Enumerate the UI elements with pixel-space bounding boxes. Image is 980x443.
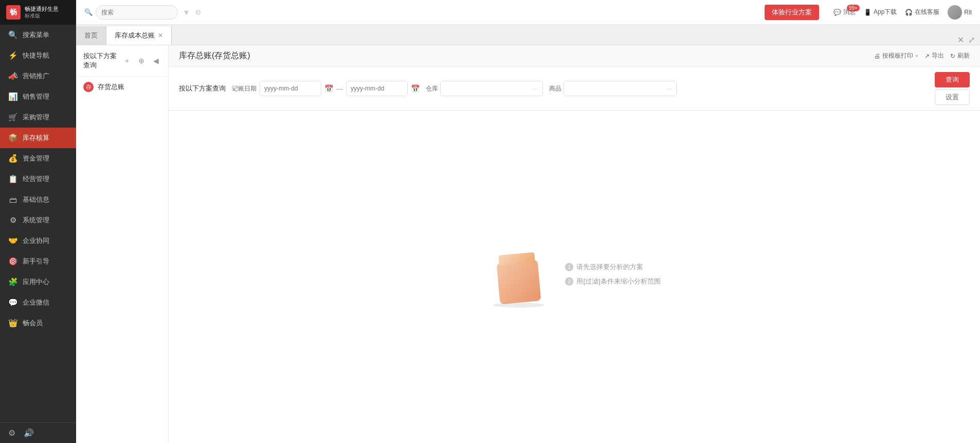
tab-home[interactable]: 首页 bbox=[76, 26, 106, 45]
action-buttons: 查询 设置 bbox=[935, 72, 970, 105]
member-icon: 👑 bbox=[8, 318, 17, 328]
marketing-icon: 📣 bbox=[8, 72, 17, 81]
base-icon: 🗃 bbox=[8, 195, 17, 204]
filter-dash: — bbox=[336, 85, 343, 93]
sidebar-item-base[interactable]: 🗃 基础信息 bbox=[0, 189, 76, 210]
refresh-btn[interactable]: ↻ 刷新 bbox=[950, 51, 970, 60]
empty-box bbox=[497, 260, 541, 305]
topbar-message[interactable]: 💬 消息 99+ bbox=[833, 8, 856, 16]
sidebar-item-label: 资金管理 bbox=[23, 154, 49, 163]
tabs-bar: 首页 库存成本总账 ✕ ✕ ⤢ bbox=[76, 25, 980, 45]
sidebar-item-purchase[interactable]: 🛒 采购管理 bbox=[0, 107, 76, 128]
tab-close-window-icon[interactable]: ✕ bbox=[957, 35, 964, 45]
empty-illustration bbox=[488, 246, 550, 308]
topbar-app-download[interactable]: 📱 App下载 bbox=[864, 8, 897, 16]
left-panel-title: 按以下方案查询 bbox=[83, 51, 122, 70]
refresh-icon: ↻ bbox=[950, 52, 955, 60]
footer-audio-icon[interactable]: 🔊 bbox=[24, 428, 34, 438]
sidebar-item-label: 快捷导航 bbox=[23, 51, 49, 60]
date-end-input[interactable] bbox=[346, 81, 408, 96]
sidebar-item-label: 企业协同 bbox=[23, 236, 49, 245]
topbar-search-input[interactable] bbox=[96, 5, 178, 20]
user-avatar bbox=[948, 5, 962, 20]
topbar-dropdown-icon[interactable]: ▾ bbox=[184, 7, 189, 18]
sidebar-item-label: 搜索菜单 bbox=[23, 30, 49, 40]
sidebar-item-wechat[interactable]: 💬 企业微信 bbox=[0, 292, 76, 313]
warehouse-label: 仓库 bbox=[426, 84, 438, 93]
goods-more-icon[interactable]: ··· bbox=[666, 84, 672, 93]
sidebar-item-newbie[interactable]: 🎯 新手引导 bbox=[0, 251, 76, 272]
sidebar-item-label: 系统管理 bbox=[23, 216, 49, 225]
newbie-icon: 🎯 bbox=[8, 257, 17, 266]
manage-scheme-icon[interactable]: ⊕ bbox=[136, 56, 147, 66]
operation-icon: 📋 bbox=[8, 174, 17, 184]
sidebar-item-label: 应用中心 bbox=[23, 277, 49, 287]
sidebar-item-marketing[interactable]: 📣 营销推广 bbox=[0, 66, 76, 86]
sidebar-item-label: 经营管理 bbox=[23, 174, 49, 184]
sidebar-item-shortcut[interactable]: ⚡ 快捷导航 bbox=[0, 45, 76, 66]
sidebar-item-apps[interactable]: 🧩 应用中心 bbox=[0, 272, 76, 292]
goods-label: 商品 bbox=[549, 84, 561, 93]
collapse-panel-icon[interactable]: ◀ bbox=[151, 56, 161, 66]
tab-expand-icon[interactable]: ⤢ bbox=[968, 35, 975, 45]
footer-settings-icon[interactable]: ⚙ bbox=[8, 428, 15, 438]
print-dropdown-icon: ▾ bbox=[915, 52, 918, 60]
print-btn[interactable]: 🖨 按模板打印 ▾ bbox=[874, 51, 918, 60]
main-area: 🔍 ▾ ⚙ 体验行业方案 💬 消息 99+ 📱 App下载 🎧 在线客服 Rit bbox=[76, 0, 980, 443]
left-panel-item-inventory[interactable]: 存 存货总账 bbox=[76, 77, 168, 97]
sidebar-item-label: 采购管理 bbox=[23, 113, 49, 122]
empty-hint-1: 1 请先选择要分析的方案 bbox=[565, 262, 660, 272]
headset-icon: 🎧 bbox=[905, 9, 913, 16]
topbar-online-service[interactable]: 🎧 在线客服 bbox=[905, 8, 939, 16]
topbar-user[interactable]: Rit bbox=[948, 5, 972, 20]
refresh-label: 刷新 bbox=[957, 51, 970, 60]
sidebar-item-inventory[interactable]: 📦 库存核算 bbox=[0, 128, 76, 148]
goods-select[interactable]: ··· bbox=[564, 81, 677, 96]
query-btn[interactable]: 查询 bbox=[935, 72, 970, 87]
sidebar-item-system[interactable]: ⚙ 系统管理 bbox=[0, 210, 76, 231]
industry-btn[interactable]: 体验行业方案 bbox=[765, 5, 819, 20]
settings-btn[interactable]: 设置 bbox=[935, 90, 970, 105]
topbar-settings-icon[interactable]: ⚙ bbox=[195, 8, 202, 16]
calendar-start-icon[interactable]: 📅 bbox=[324, 84, 333, 93]
sidebar-item-search[interactable]: 🔍 搜索菜单 bbox=[0, 25, 76, 45]
search-icon: 🔍 bbox=[8, 30, 17, 40]
hint-2-text: 用[过滤]条件来缩小分析范围 bbox=[576, 277, 660, 286]
sidebar-item-sales[interactable]: 📊 销售管理 bbox=[0, 86, 76, 107]
topbar: 🔍 ▾ ⚙ 体验行业方案 💬 消息 99+ 📱 App下载 🎧 在线客服 Rit bbox=[76, 0, 980, 25]
topbar-search-icon: 🔍 bbox=[84, 8, 93, 16]
calendar-end-icon[interactable]: 📅 bbox=[411, 84, 420, 93]
sidebar-logo: 畅 畅捷通好生意 标准版 bbox=[0, 0, 76, 25]
hint-1-text: 请先选择要分析的方案 bbox=[576, 262, 643, 272]
warehouse-more-icon[interactable]: ··· bbox=[532, 84, 538, 93]
purchase-icon: 🛒 bbox=[8, 113, 17, 122]
sidebar-item-label: 营销推广 bbox=[23, 72, 49, 81]
date-start-input[interactable] bbox=[260, 81, 321, 96]
filter-label: 按以下方案查询 bbox=[179, 84, 226, 93]
tab-inventory-ledger-label: 库存成本总账 bbox=[115, 31, 155, 40]
left-panel-header: 按以下方案查询 + ⊕ ◀ bbox=[76, 45, 168, 77]
sidebar-footer: ⚙ 🔊 bbox=[0, 422, 76, 443]
sidebar-item-member[interactable]: 👑 畅会员 bbox=[0, 313, 76, 333]
tab-inventory-ledger[interactable]: 库存成本总账 ✕ bbox=[106, 26, 172, 45]
corp-icon: 🤝 bbox=[8, 236, 17, 245]
export-btn[interactable]: ↗ 导出 bbox=[924, 51, 944, 60]
filter-bar: 按以下方案查询 记账日期 📅 — 📅 仓库 ··· bbox=[169, 67, 980, 111]
sidebar-item-operation[interactable]: 📋 经营管理 bbox=[0, 169, 76, 189]
right-main: 库存总账(存货总账) 🖨 按模板打印 ▾ ↗ 导出 ↻ 刷新 bbox=[169, 45, 980, 443]
logo-icon: 畅 bbox=[6, 5, 21, 20]
print-label: 按模板打印 bbox=[882, 51, 913, 60]
logo-name: 畅捷通好生意 bbox=[25, 5, 59, 12]
left-panel-icons: + ⊕ ◀ bbox=[122, 56, 161, 66]
tab-home-label: 首页 bbox=[84, 31, 98, 40]
sidebar-item-finance[interactable]: 💰 资金管理 bbox=[0, 148, 76, 169]
sidebar-item-corp[interactable]: 🤝 企业协同 bbox=[0, 231, 76, 251]
step-2: 2 bbox=[565, 277, 573, 286]
page-header: 库存总账(存货总账) 🖨 按模板打印 ▾ ↗ 导出 ↻ 刷新 bbox=[169, 45, 980, 67]
warehouse-select[interactable]: ··· bbox=[440, 81, 543, 96]
message-icon: 💬 bbox=[833, 9, 841, 16]
sidebar-scroll: 🔍 搜索菜单 ⚡ 快捷导航 📣 营销推广 📊 销售管理 🛒 采购管理 📦 库存核… bbox=[0, 25, 76, 422]
tab-close-icon[interactable]: ✕ bbox=[158, 32, 163, 39]
add-scheme-icon[interactable]: + bbox=[122, 56, 132, 66]
page-header-actions: 🖨 按模板打印 ▾ ↗ 导出 ↻ 刷新 bbox=[874, 51, 970, 60]
